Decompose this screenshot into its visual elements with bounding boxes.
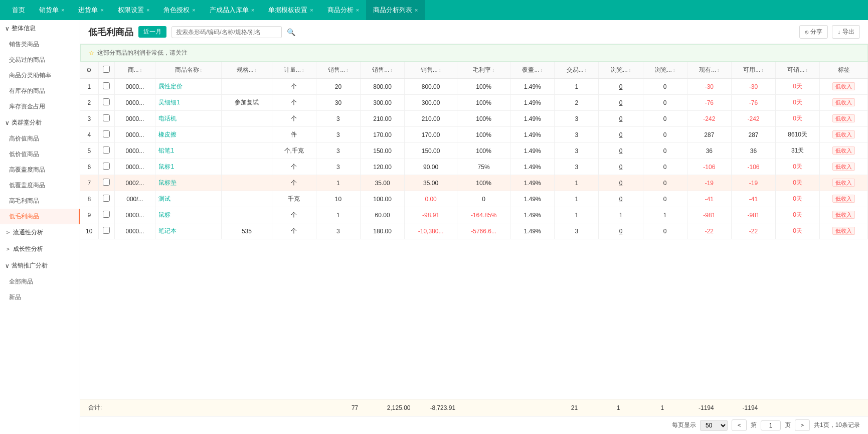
row-name[interactable]: 测试 <box>155 191 222 207</box>
col-transaction[interactable]: 交易...↕ <box>555 62 599 79</box>
nav-product-analysis-list[interactable]: 商品分析列表 × <box>366 0 425 20</box>
col-gross-margin[interactable]: 毛利率↕ <box>457 62 510 79</box>
row-select-checkbox[interactable] <box>103 163 110 170</box>
col-settings[interactable]: ⚙ <box>80 62 98 79</box>
row-checkbox[interactable] <box>98 223 114 239</box>
row-browse1[interactable]: 0 <box>599 143 643 159</box>
close-icon[interactable]: × <box>192 7 195 13</box>
col-sales-profit[interactable]: 销售...↕ <box>405 62 457 79</box>
nav-sales-order[interactable]: 销货单 × <box>32 0 71 20</box>
sidebar-group-title-overall[interactable]: ∨ 整体信息 <box>0 20 80 37</box>
row-browse1[interactable]: 0 <box>599 111 643 127</box>
sidebar-item-sales-products[interactable]: 销售类商品 <box>0 37 80 52</box>
col-spec[interactable]: 规格...↕ <box>222 62 272 79</box>
col-unit[interactable]: 计量...↕ <box>272 62 316 79</box>
row-browse1[interactable]: 0 <box>599 127 643 143</box>
row-browse1[interactable]: 0 <box>599 95 643 111</box>
search-button[interactable]: 🔍 <box>287 28 295 36</box>
sidebar-item-new-products[interactable]: 新品 <box>0 290 80 305</box>
sidebar-item-category-sales-rate[interactable]: 商品分类助销率 <box>0 68 80 83</box>
nav-role-auth[interactable]: 角色授权 × <box>156 0 202 20</box>
col-sales-qty[interactable]: 销售...↕ <box>316 62 360 79</box>
date-filter-button[interactable]: 近一月 <box>138 26 166 38</box>
col-product-name[interactable]: 商品名称↕ <box>155 62 222 79</box>
row-name[interactable]: 吴细细1 <box>155 95 222 111</box>
close-icon[interactable]: × <box>415 7 418 13</box>
row-select-checkbox[interactable] <box>103 211 110 218</box>
share-button[interactable]: ⎋ 分享 <box>799 25 828 39</box>
row-browse1[interactable]: 0 <box>599 175 643 191</box>
search-input[interactable] <box>171 26 282 38</box>
row-browse1[interactable]: 0 <box>599 159 643 175</box>
col-tag[interactable]: 标签 <box>820 62 868 79</box>
sidebar-item-traded-products[interactable]: 交易过的商品 <box>0 52 80 68</box>
col-sellable[interactable]: 可销...↕ <box>776 62 820 79</box>
sidebar-item-low-margin[interactable]: 低毛利商品 <box>0 209 80 224</box>
row-checkbox[interactable] <box>98 191 114 207</box>
row-name[interactable]: 笔记本 <box>155 223 222 239</box>
row-checkbox[interactable] <box>98 159 114 175</box>
nav-product-analysis[interactable]: 商品分析 × <box>320 0 366 20</box>
sidebar-item-instock-products[interactable]: 有库存的商品 <box>0 83 80 99</box>
row-browse1[interactable]: 0 <box>599 191 643 207</box>
row-checkbox[interactable] <box>98 143 114 159</box>
export-button[interactable]: ↓ 导出 <box>832 25 860 39</box>
row-checkbox[interactable] <box>98 127 114 143</box>
nav-template-setting[interactable]: 单据模板设置 × <box>261 0 320 20</box>
row-name[interactable]: 铅笔1 <box>155 143 222 159</box>
col-sales-amount[interactable]: 销售...↕ <box>360 62 404 79</box>
sidebar-item-all-products[interactable]: 全部商品 <box>0 274 80 290</box>
row-select-checkbox[interactable] <box>103 82 110 89</box>
row-checkbox[interactable] <box>98 95 114 111</box>
row-name[interactable]: 属性定价 <box>155 79 222 95</box>
row-name[interactable]: 电话机 <box>155 111 222 127</box>
row-name[interactable]: 鼠标垫 <box>155 175 222 191</box>
col-available[interactable]: 可用...↕ <box>731 62 775 79</box>
row-name[interactable]: 鼠标1 <box>155 159 222 175</box>
sidebar-item-low-coverage[interactable]: 低覆盖度商品 <box>0 178 80 193</box>
next-page-button[interactable]: ＞ <box>795 419 810 431</box>
sidebar-item-high-value[interactable]: 高价值商品 <box>0 131 80 147</box>
nav-permission-setting[interactable]: 权限设置 × <box>111 0 156 20</box>
sidebar-group-title-marketing[interactable]: ∨ 营销推广分析 <box>0 257 80 274</box>
row-name[interactable]: 橡皮擦 <box>155 127 222 143</box>
col-browse1[interactable]: 浏览...↕ <box>599 62 643 79</box>
row-select-checkbox[interactable] <box>103 147 110 154</box>
sidebar-item-stock-capital[interactable]: 库存资金占用 <box>0 99 80 114</box>
sidebar-group-title-cluster[interactable]: ∨ 类群堂分析 <box>0 114 80 131</box>
row-select-checkbox[interactable] <box>103 179 110 186</box>
close-icon[interactable]: × <box>310 7 313 13</box>
row-checkbox[interactable] <box>98 79 114 95</box>
close-icon[interactable]: × <box>146 7 149 13</box>
row-checkbox[interactable] <box>98 111 114 127</box>
row-checkbox[interactable] <box>98 207 114 223</box>
row-browse1[interactable]: 1 <box>599 207 643 223</box>
col-current-stock[interactable]: 现有...↕ <box>687 62 731 79</box>
row-select-checkbox[interactable] <box>103 227 110 234</box>
row-select-checkbox[interactable] <box>103 130 110 137</box>
row-select-checkbox[interactable] <box>103 98 110 105</box>
col-browse2[interactable]: 浏览...↕ <box>643 62 687 79</box>
row-select-checkbox[interactable] <box>103 114 110 121</box>
nav-purchase-order[interactable]: 进货单 × <box>71 0 110 20</box>
nav-product-inbound[interactable]: 产成品入库单 × <box>203 0 261 20</box>
row-checkbox[interactable] <box>98 175 114 191</box>
sidebar-group-title-growth[interactable]: ＞ 成长性分析 <box>0 241 80 257</box>
close-icon[interactable]: × <box>61 7 64 13</box>
close-icon[interactable]: × <box>251 7 254 13</box>
close-icon[interactable]: × <box>100 7 103 13</box>
row-browse1[interactable]: 0 <box>599 79 643 95</box>
page-size-select[interactable]: 50 100 200 <box>700 420 728 431</box>
col-product-code[interactable]: 商...↕ <box>114 62 155 79</box>
close-icon[interactable]: × <box>356 7 359 13</box>
row-select-checkbox[interactable] <box>103 195 110 202</box>
col-coverage[interactable]: 覆盖...↕ <box>510 62 555 79</box>
select-all-checkbox[interactable] <box>103 66 110 73</box>
row-name[interactable]: 鼠标 <box>155 207 222 223</box>
page-number-input[interactable] <box>761 420 781 430</box>
nav-home[interactable]: 首页 <box>5 0 32 20</box>
sidebar-item-high-margin[interactable]: 高毛利商品 <box>0 193 80 209</box>
row-browse1[interactable]: 0 <box>599 223 643 239</box>
prev-page-button[interactable]: ＜ <box>732 419 747 431</box>
sidebar-group-title-circulation[interactable]: ＞ 流通性分析 <box>0 224 80 241</box>
